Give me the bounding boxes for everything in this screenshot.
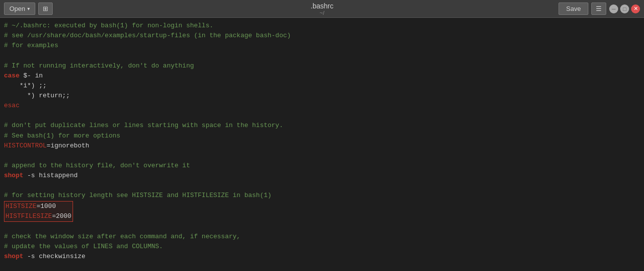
line-17 [4,181,640,191]
editor-area[interactable]: # ~/.bashrc: executed by bash(1) for non… [0,18,644,271]
window-controls: ─ □ ✕ [609,4,640,13]
line-2: # see /usr/share/doc/bash/examples/start… [4,31,640,41]
line-1: # ~/.bashrc: executed by bash(1) for non… [4,21,640,31]
titlebar-right: Save ☰ ─ □ ✕ [559,2,640,15]
line-6: case $- in [4,71,640,81]
line-24: shopt -s checkwinsize [4,252,640,262]
titlebar-left: Open ▾ ⊞ [4,2,53,15]
save-button[interactable]: Save [559,2,588,15]
open-label: Open [9,5,25,12]
image-icon-button[interactable]: ⊞ [38,2,53,15]
hamburger-icon: ☰ [596,5,602,12]
titlebar-center: .bashrc ~/ [311,2,333,16]
line-3: # for examples [4,41,640,51]
line-4 [4,51,640,61]
line-8: *) return;; [4,91,640,101]
line-16: shopt -s histappend [4,171,640,181]
line-22: # check the window size after each comma… [4,232,640,242]
line-10 [4,111,640,121]
line-12: # See bash(1) for more options [4,131,640,141]
titlebar: Open ▾ ⊞ .bashrc ~/ Save ☰ ─ □ ✕ [0,0,644,18]
line-19: HISTSIZE=1000 HISTFILESIZE=2000 [4,201,640,222]
line-5: # If not running interactively, don't do… [4,61,640,71]
hamburger-button[interactable]: ☰ [591,2,606,15]
line-9: esac [4,101,640,111]
line-14 [4,151,640,161]
open-button[interactable]: Open ▾ [4,2,35,15]
line-18: # for setting history length see HISTSIZ… [4,191,640,201]
line-13: HISTCONTROL=ignoreboth [4,141,640,151]
image-icon: ⊞ [43,5,48,12]
minimize-button[interactable]: ─ [609,4,618,13]
line-15: # append to the history file, don't over… [4,161,640,171]
file-path: ~/ [311,10,333,16]
line-21 [4,222,640,232]
line-7: *i*) ;; [4,81,640,91]
dropdown-arrow-icon: ▾ [27,6,30,11]
close-button[interactable]: ✕ [631,4,640,13]
maximize-button[interactable]: □ [620,4,629,13]
file-title: .bashrc [311,2,333,10]
line-11: # don't put duplicate lines or lines sta… [4,121,640,131]
line-25 [4,262,640,271]
line-23: # update the values of LINES and COLUMNS… [4,242,640,252]
